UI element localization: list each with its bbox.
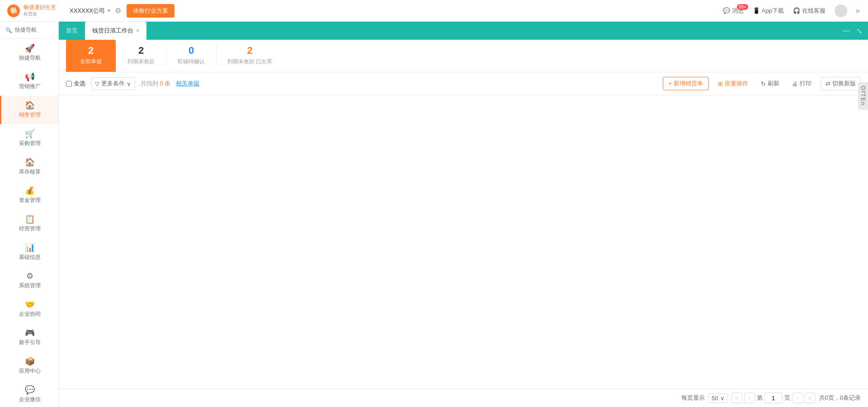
apps-icon: 📦 [25,357,35,365]
tab-workbench[interactable]: 钱货日清工作台 × [85,22,146,40]
last-page-button[interactable]: » [805,393,816,403]
stat-tab-overdue-out[interactable]: 2 到期未收款 已出库 [217,40,283,72]
page-suffix: 页 [784,394,790,402]
per-page-value: 50 [712,395,718,402]
sidebar-item-label: 企业协同 [19,310,41,318]
username[interactable]: ▶ [856,7,861,14]
sidebar-item-inventory[interactable]: 🏠 库存核算 [0,153,58,181]
stat-num-pending: 0 [189,45,194,56]
sidebar-item-finance[interactable]: 💰 资金管理 [0,181,58,210]
tab-expand-button[interactable]: ⤡ [854,25,864,36]
header: 畅 畅捷通好生意 标普版 XXXXXX公司 ▼ ⚙ 体验行业方案 💬 消息 99… [0,0,868,22]
inventory-icon: 🏠 [25,158,35,166]
select-all-input[interactable] [66,81,72,87]
next-page-button[interactable]: › [792,393,803,403]
sidebar-item-label: 库存核算 [19,168,41,176]
online-service-button[interactable]: 🎧 在线客服 [793,7,826,15]
toolbar: 全选 ▽ 更多条件 ∨ 共找到 0 条 相关单据 + 新增销货单 [59,72,868,95]
sidebar-item-label: 基础信息 [19,253,41,261]
sidebar-item-label: 系统管理 [19,282,41,290]
toolbar-right: + 新增销货单 ⊞ 批量操作 ↻ 刷新 🖨 打印 ⇄ [663,77,861,90]
sidebar-item-marketing[interactable]: 📢 营销推广 [0,67,58,96]
table-area [59,95,868,388]
search-menu[interactable]: 🔍 快捷导航 [0,22,58,39]
layout: 🔍 快捷导航 🚀 快捷导航 📢 营销推广 🏠 销售管理 🛒 采购管理 🏠 库存核… [0,22,868,407]
often-label[interactable]: OfTEn [858,82,868,110]
messages-button[interactable]: 💬 消息 99+ [723,7,744,15]
first-page-button[interactable]: « [731,393,742,403]
tab-minimize-button[interactable]: — [841,25,852,36]
switch-icon: ⇄ [826,80,830,87]
batch-icon: ⊞ [718,80,723,87]
settings-icon[interactable]: ⚙ [115,6,121,15]
sales-icon: 🏠 [25,101,35,109]
sidebar-item-guide[interactable]: 🎮 新手引导 [0,323,58,352]
tab-actions: — ⤡ [841,25,868,36]
tab-home-label: 首页 [66,27,78,35]
stats-bar: 2 全部单据 2 到期未收款 0 旺辅待确认 2 到期未收款 已出库 [59,40,868,72]
toolbar-left: 全选 ▽ 更多条件 ∨ 共找到 0 条 相关单据 [66,77,657,90]
stat-label-pending: 旺辅待确认 [178,58,205,65]
sidebar-item-label: 经营管理 [19,225,41,233]
stat-tab-all[interactable]: 2 全部单据 [66,40,116,72]
per-page-label: 每页显示 [681,394,705,402]
refresh-button[interactable]: ↻ 刷新 [757,78,783,89]
sidebar-item-label: 资金管理 [19,196,41,204]
guide-icon: 🎮 [25,329,35,337]
filter-button[interactable]: ▽ 更多条件 ∨ [91,77,135,90]
stat-tab-pending[interactable]: 0 旺辅待确认 [166,40,216,72]
basic-icon: 📊 [25,243,35,252]
tab-home[interactable]: 首页 [59,22,85,40]
related-link[interactable]: 相关单据 [176,80,199,88]
refresh-icon: ↻ [761,80,766,87]
chevron-down-icon: ∨ [127,80,131,87]
select-all-label: 全选 [74,80,85,88]
company-selector[interactable]: XXXXXX公司 ▼ [70,7,111,15]
messages-badge: 99+ [737,4,748,10]
sidebar-item-label: 企业微信 [19,396,41,403]
avatar[interactable] [835,5,847,17]
sidebar-item-quick-nav[interactable]: 🚀 快捷导航 [0,39,58,67]
trial-button[interactable]: 体验行业方案 [127,4,175,18]
select-all-checkbox[interactable]: 全选 [66,80,85,88]
sidebar-item-label: 营销推广 [19,83,41,90]
purchase-icon: 🛒 [25,130,35,138]
corp-icon: 🤝 [25,300,35,309]
sidebar-item-apps[interactable]: 📦 应用中心 [0,352,58,380]
prev-page-button[interactable]: ‹ [744,393,755,403]
print-button[interactable]: 🖨 打印 [788,78,815,89]
tab-close-icon[interactable]: × [136,28,139,34]
logo: 畅 畅捷通好生意 标普版 [7,4,66,18]
app-download-button[interactable]: 📱 App下载 [753,7,784,15]
sidebar-item-operation[interactable]: 📋 经营管理 [0,210,58,238]
page-label: 第 [757,394,763,402]
sidebar-item-corp[interactable]: 🤝 企业协同 [0,295,58,323]
sidebar-item-wechat[interactable]: 💬 企业微信 [0,380,58,407]
sidebar-item-purchase[interactable]: 🛒 采购管理 [0,124,58,153]
batch-operation-button[interactable]: ⊞ 批量操作 [714,78,752,89]
sidebar-item-system[interactable]: ⚙ 系统管理 [0,267,58,295]
sidebar-item-label: 应用中心 [19,367,41,375]
total-label: 共0页，0条记录 [819,394,861,402]
sidebar-item-basic[interactable]: 📊 基础信息 [0,238,58,267]
per-page-select[interactable]: 50 ∨ [708,393,727,403]
page-content: 2 全部单据 2 到期未收款 0 旺辅待确认 2 到期未收款 已出库 [59,40,868,407]
stat-num-overdue: 2 [138,45,144,56]
marketing-icon: 📢 [25,73,35,81]
stat-num-all: 2 [88,45,94,56]
operation-icon: 📋 [25,215,35,223]
service-icon: 🎧 [793,7,800,14]
page-number-input[interactable] [764,393,783,403]
search-icon: 🔍 [5,27,12,33]
print-icon: 🖨 [792,80,798,87]
main-content: 首页 钱货日清工作台 × — ⤡ 2 全部单据 2 [59,22,868,407]
sidebar-item-label: 采购管理 [19,140,41,147]
stat-label-all: 全部单据 [80,58,102,65]
add-sale-order-button[interactable]: + 新增销货单 [663,77,709,90]
tab-bar: 首页 钱货日清工作台 × — ⤡ [59,22,868,40]
stat-tab-overdue[interactable]: 2 到期未收款 [116,40,166,72]
switch-version-button[interactable]: ⇄ 切换新版 [821,77,861,90]
company-name: XXXXXX公司 [70,7,105,15]
finance-icon: 💰 [25,187,35,195]
sidebar-item-sales[interactable]: 🏠 销售管理 [0,96,58,124]
